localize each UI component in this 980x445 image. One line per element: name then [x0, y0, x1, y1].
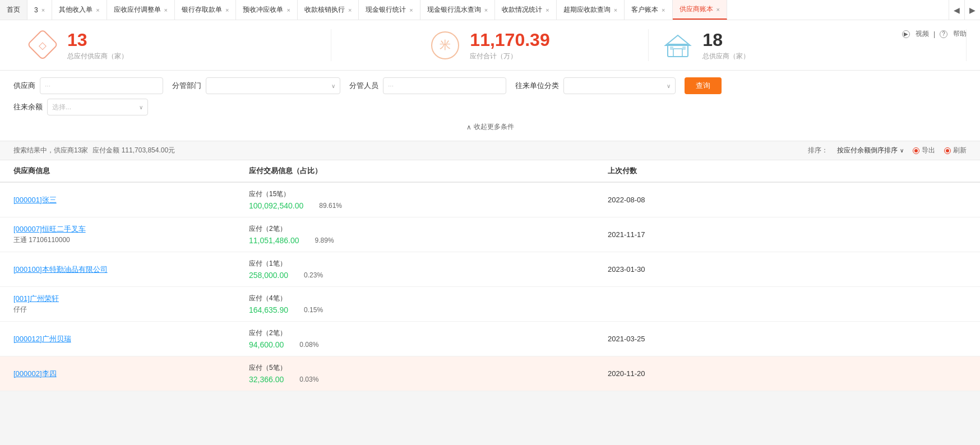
nav-tab-cash-bank-stat[interactable]: 现金银行统计×: [359, 0, 420, 20]
payable-percent-3: 0.15%: [304, 306, 323, 314]
summary-card-1: ◇ 13 总应付供应商（家）: [13, 29, 331, 61]
card-number-1: 13: [67, 29, 128, 50]
refresh-label: 刷新: [953, 146, 967, 155]
close-tab-ar-ap-adjust[interactable]: ×: [164, 7, 168, 13]
last-date-4: 2021-03-25: [608, 335, 645, 343]
filter-row-2: 往来余额 选择... ∨: [13, 99, 967, 115]
supplier-cell-5: [000002]李四: [13, 369, 249, 379]
video-link[interactable]: 视频: [916, 29, 929, 39]
supplier-link-0[interactable]: [000001]张三: [13, 196, 57, 204]
nav-tab-cash-bank-flow[interactable]: 现金银行流水查询×: [420, 0, 495, 20]
nav-tab-other-income[interactable]: 其他收入单×: [52, 0, 107, 20]
last-payment-cell-2: 2023-01-30: [608, 265, 967, 274]
card-icon-1: ◇: [27, 30, 58, 61]
person-input[interactable]: ···: [383, 77, 506, 94]
close-tab-cash-bank-flow[interactable]: ×: [484, 7, 488, 13]
nav-tab-supplier-ledger[interactable]: 供应商账本×: [673, 0, 727, 20]
supplier-link-3[interactable]: [001]广州荣轩: [13, 294, 59, 303]
supplier-cell-4: [000012]广州贝瑞: [13, 334, 249, 344]
person-label: 分管人员: [349, 81, 378, 91]
nav-tab-payment-stat[interactable]: 收款情况统计×: [495, 0, 556, 20]
nav-tab-home[interactable]: 首页: [0, 0, 27, 20]
payable-amount-5[interactable]: 32,366.00: [249, 375, 284, 384]
summary-card-2: 米 11,170.39 应付合计（万）: [331, 29, 649, 61]
close-tab-payment-verify[interactable]: ×: [348, 7, 352, 13]
card-label-1: 总应付供应商（家）: [67, 52, 128, 61]
nav-tab-customer-ledger[interactable]: 客户账本×: [625, 0, 672, 20]
close-tab-customer-ledger[interactable]: ×: [662, 7, 665, 13]
supplier-link-5[interactable]: [000002]李四: [13, 369, 57, 378]
close-tab-tab3[interactable]: ×: [41, 7, 45, 13]
balance-label: 往来余额: [13, 102, 43, 112]
payable-count-4: 应付（2笔）: [249, 328, 286, 338]
payable-count-5: 应付（5笔）: [249, 363, 286, 373]
last-date-2: 2023-01-30: [608, 265, 645, 274]
query-button[interactable]: 查询: [685, 77, 722, 94]
separator: |: [933, 30, 935, 38]
sort-value[interactable]: 按应付余额倒序排序 ∨: [837, 146, 904, 155]
balance-select[interactable]: 选择... ∨: [47, 99, 148, 115]
nav-tab-bank-deposit[interactable]: 银行存取款单×: [175, 0, 236, 20]
close-tab-payment-stat[interactable]: ×: [546, 7, 549, 13]
unit-type-chevron-icon: ∨: [667, 83, 671, 89]
payable-amount-0[interactable]: 100,092,540.00: [249, 201, 303, 210]
nav-prev-arrow[interactable]: ◀: [949, 0, 964, 20]
help-link[interactable]: 帮助: [953, 29, 967, 39]
payable-count-0: 应付（15笔）: [249, 189, 290, 199]
export-button[interactable]: 导出: [913, 146, 935, 155]
nav-tab-prepay-ar[interactable]: 预收冲应收单×: [236, 0, 297, 20]
close-tab-bank-deposit[interactable]: ×: [225, 7, 229, 13]
svg-text:◇: ◇: [39, 40, 47, 51]
transaction-cell-2: 应付（1笔）258,000.000.23%: [249, 259, 608, 280]
export-radio-icon: [913, 147, 919, 154]
dept-select[interactable]: ∨: [206, 77, 340, 94]
unit-type-label: 往来单位分类: [515, 81, 559, 91]
nav-next-arrow[interactable]: ▶: [964, 0, 980, 20]
card-info-1: 13 总应付供应商（家）: [67, 29, 128, 61]
supplier-link-4[interactable]: [000012]广州贝瑞: [13, 335, 71, 343]
filter-supplier: 供应商 ···: [13, 77, 163, 94]
filter-section: 供应商 ··· 分管部门 ∨ 分管人员 ··· 往来单位分类 ∨: [0, 71, 980, 141]
close-tab-prepay-ar[interactable]: ×: [286, 7, 290, 13]
supplier-sub-1: 王通 17106110000: [13, 235, 249, 245]
filter-balance: 往来余额 选择... ∨: [13, 99, 148, 115]
card-label-2: 应付合计（万）: [470, 52, 549, 61]
last-payment-cell-4: 2021-03-25: [608, 335, 967, 343]
video-circle-icon: ▶: [902, 30, 910, 38]
close-tab-cash-bank-stat[interactable]: ×: [409, 7, 413, 13]
payable-amount-4[interactable]: 94,600.00: [249, 340, 284, 349]
balance-value: 选择...: [52, 103, 71, 112]
supplier-link-2[interactable]: [000100]本特勤油品有限公司: [13, 265, 108, 274]
last-payment-cell-1: 2021-11-17: [608, 230, 967, 239]
filter-row-1: 供应商 ··· 分管部门 ∨ 分管人员 ··· 往来单位分类 ∨: [13, 77, 967, 94]
payable-amount-3[interactable]: 164,635.90: [249, 305, 288, 314]
result-bar-left: 搜索结果中，供应商13家 应付金额 111,703,854.00元: [13, 146, 175, 155]
nav-tab-ar-ap-adjust[interactable]: 应收应付调整单×: [107, 0, 175, 20]
summary-section: ◇ 13 总应付供应商（家） 米 11,170.39 应付合计（万）: [0, 20, 980, 71]
header-transaction: 应付交易信息（占比）: [249, 166, 608, 176]
refresh-button[interactable]: 刷新: [944, 146, 967, 155]
close-tab-overdue-ar[interactable]: ×: [614, 7, 617, 13]
result-text-2: 应付金额 111,703,854.00元: [93, 146, 175, 155]
close-tab-other-income[interactable]: ×: [96, 7, 99, 13]
supplier-cell-1: [000007]恒旺二手叉车王通 17106110000: [13, 224, 249, 245]
top-right-links: ▶ 视频 | ? 帮助: [902, 29, 967, 39]
nav-tab-payment-verify[interactable]: 收款核销执行×: [298, 0, 359, 20]
nav-tab-overdue-ar[interactable]: 超期应收款查询×: [557, 0, 625, 20]
supplier-link-1[interactable]: [000007]恒旺二手叉车: [13, 225, 86, 233]
close-tab-supplier-ledger[interactable]: ×: [716, 6, 720, 13]
unit-type-select[interactable]: ∨: [563, 77, 676, 94]
table-row: [000007]恒旺二手叉车王通 17106110000应付（2笔）11,051…: [0, 217, 980, 252]
payable-amount-2[interactable]: 258,000.00: [249, 271, 288, 280]
payable-amount-1[interactable]: 11,051,486.00: [249, 236, 299, 245]
last-payment-cell-5: 2020-11-20: [608, 369, 967, 378]
supplier-input[interactable]: ···: [40, 77, 163, 94]
table-row: [000100]本特勤油品有限公司应付（1笔）258,000.000.23%20…: [0, 252, 980, 287]
table-row: [000012]广州贝瑞应付（2笔）94,600.000.08%2021-03-…: [0, 322, 980, 356]
payable-row-1: 11,051,486.009.89%: [249, 236, 334, 245]
collapse-bar[interactable]: ∧ 收起更多条件: [13, 120, 967, 134]
sort-chevron-icon: ∨: [900, 147, 904, 154]
nav-tab-tab3[interactable]: 3×: [27, 0, 52, 20]
payable-percent-5: 0.03%: [299, 376, 318, 383]
collapse-label: 收起更多条件: [474, 122, 514, 132]
